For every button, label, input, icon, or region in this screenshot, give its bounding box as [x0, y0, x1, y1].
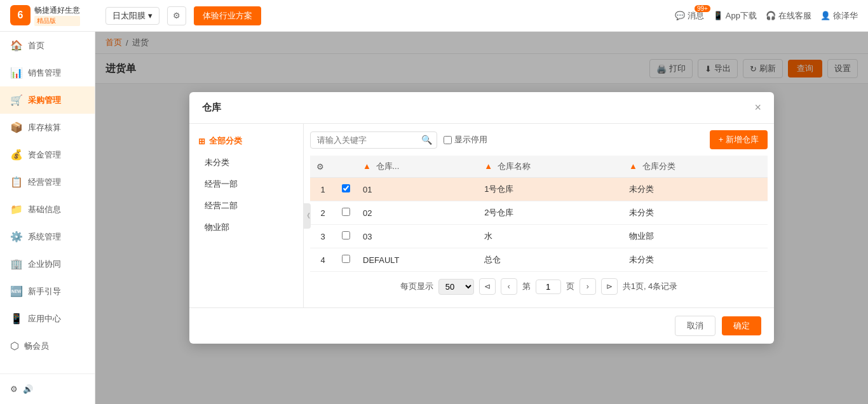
row-name: 总仓	[478, 248, 623, 272]
search-icon[interactable]: 🔍	[421, 135, 432, 145]
row-num: 1	[310, 178, 336, 201]
next-page-button[interactable]: ›	[580, 278, 596, 295]
row-name: 水	[478, 225, 623, 248]
main-layout: 🏠 首页 📊 销售管理 🛒 采购管理 📦 库存核算 💰 资金管理 📋 经营管理 …	[0, 32, 868, 404]
settings-icon[interactable]: ⚙	[167, 6, 186, 25]
app-download-button[interactable]: 📱 App下载	[713, 10, 757, 22]
sidebar: 🏠 首页 📊 销售管理 🛒 采购管理 📦 库存核算 💰 资金管理 📋 经营管理 …	[0, 32, 95, 404]
sort-icon-category: ▲	[629, 161, 637, 171]
category-item-ops2[interactable]: 经营二部	[189, 195, 303, 217]
show-disabled-checkbox[interactable]	[444, 136, 452, 144]
new-warehouse-button[interactable]: + 新增仓库	[710, 130, 768, 149]
row-checkbox[interactable]	[342, 255, 350, 263]
row-checkbox[interactable]	[342, 231, 350, 239]
inventory-icon: 📦	[10, 121, 23, 133]
dialog-header: 仓库 ×	[189, 92, 774, 124]
sort-icon-code: ▲	[363, 161, 371, 171]
show-disabled-label: 显示停用	[454, 134, 487, 145]
first-page-button[interactable]: ⊲	[479, 278, 496, 295]
table-row[interactable]: 1 01 1号仓库 未分类	[310, 178, 768, 201]
row-name: 1号仓库	[478, 178, 623, 201]
sidebar-item-finance[interactable]: 💰 资金管理	[0, 141, 95, 168]
header-right: 💬 消息 99+ 📱 App下载 🎧 在线客服 👤 徐泽华	[675, 10, 858, 22]
category-item-unclassified[interactable]: 未分类	[189, 152, 303, 173]
row-code: DEFAULT	[356, 248, 478, 272]
sidebar-item-system[interactable]: ⚙️ 系统管理	[0, 223, 95, 250]
table-row[interactable]: 3 03 水 物业部	[310, 225, 768, 248]
table-header-name[interactable]: ▲ 仓库名称	[478, 156, 623, 178]
online-service-button[interactable]: 🎧 在线客服	[766, 10, 811, 22]
row-category: 未分类	[623, 248, 768, 272]
home-icon: 🏠	[10, 39, 23, 51]
guide-icon: 🆕	[10, 285, 23, 297]
dialog-body: ⊞ 全部分类 未分类 经营一部 经营二部 物业部 《	[189, 124, 774, 307]
store-selector[interactable]: 日太阳膜 ▾	[105, 7, 159, 25]
collapse-panel-button[interactable]: 《	[303, 203, 311, 229]
sidebar-item-guide[interactable]: 🆕 新手引导	[0, 278, 95, 305]
warehouse-dialog: 仓库 × ⊞ 全部分类 未分类 经营一部 经营二部 物业部	[189, 92, 774, 344]
table-header-settings[interactable]: ⚙	[310, 156, 336, 178]
row-code: 01	[356, 178, 478, 201]
row-checkbox[interactable]	[342, 208, 350, 216]
header-middle: 日太阳膜 ▾ ⚙ 体验行业方案	[105, 6, 675, 25]
table-row[interactable]: 2 02 2号仓库 未分类	[310, 201, 768, 225]
system-icon: ⚙️	[10, 231, 23, 243]
content-area: 首页 / 进货 进货单 🖨️ 打印 ⬇ 导出 ↻ 刷新 查询 设置 仓库 ×	[95, 32, 868, 404]
sidebar-item-inventory[interactable]: 📦 库存核算	[0, 114, 95, 141]
prev-page-button[interactable]: ‹	[501, 278, 517, 295]
table-panel: 🔍 显示停用 + 新增仓库 ⚙	[304, 124, 774, 307]
sidebar-item-enterprise[interactable]: 🏢 企业协同	[0, 250, 95, 278]
grid-icon: ⊞	[198, 137, 205, 146]
confirm-button[interactable]: 确定	[722, 316, 761, 335]
table-header-code[interactable]: ▲ 仓库...	[356, 156, 478, 178]
dialog-overlay: 仓库 × ⊞ 全部分类 未分类 经营一部 经营二部 物业部	[95, 32, 868, 404]
row-checkbox-cell	[336, 225, 356, 248]
messages-button[interactable]: 💬 消息 99+	[675, 10, 704, 22]
message-icon: 💬	[675, 11, 685, 20]
finance-icon: 💰	[10, 149, 23, 161]
page-size-select[interactable]: 50 20 100	[438, 279, 474, 295]
row-category: 未分类	[623, 178, 768, 201]
row-category: 物业部	[623, 225, 768, 248]
all-category-item[interactable]: ⊞ 全部分类	[189, 130, 303, 152]
table-header-category[interactable]: ▲ 仓库分类	[623, 156, 768, 178]
dialog-close-button[interactable]: ×	[754, 101, 761, 114]
table-header-row: ⚙ ▲ 仓库... ▲ 仓库名称	[310, 156, 768, 178]
row-category: 未分类	[623, 201, 768, 225]
page-number-input[interactable]	[536, 279, 561, 294]
logo-icon: 6	[10, 5, 31, 25]
row-checkbox[interactable]	[342, 184, 350, 192]
logo-text: 畅捷通好生意 精品版	[34, 5, 80, 26]
try-industry-button[interactable]: 体验行业方案	[194, 6, 261, 25]
user-profile-button[interactable]: 👤 徐泽华	[820, 10, 858, 22]
sidebar-settings-button[interactable]: ⚙ 🔊	[0, 379, 95, 399]
logo-area: 6 畅捷通好生意 精品版	[10, 5, 105, 26]
sidebar-item-sales[interactable]: 📊 销售管理	[0, 59, 95, 86]
sales-icon: 📊	[10, 67, 23, 79]
row-num: 2	[310, 201, 336, 225]
cancel-button[interactable]: 取消	[675, 316, 715, 336]
sidebar-item-member[interactable]: ⬡ 畅会员	[0, 332, 95, 360]
sidebar-item-operations[interactable]: 📋 经营管理	[0, 168, 95, 196]
row-code: 02	[356, 201, 478, 225]
row-code: 03	[356, 225, 478, 248]
enterprise-icon: 🏢	[10, 258, 23, 270]
last-page-button[interactable]: ⊳	[601, 278, 618, 295]
sidebar-bottom-icon2: 🔊	[23, 384, 33, 394]
table-row[interactable]: 4 DEFAULT 总仓 未分类	[310, 248, 768, 272]
pagination: 每页显示 50 20 100 ⊲ ‹ 第 页 ›	[310, 272, 768, 301]
operations-icon: 📋	[10, 176, 23, 188]
apps-icon: 📱	[10, 313, 23, 325]
sidebar-bottom: ⚙ 🔊	[0, 374, 95, 404]
category-item-property[interactable]: 物业部	[189, 217, 303, 238]
sidebar-item-home[interactable]: 🏠 首页	[0, 32, 95, 59]
search-input[interactable]	[310, 131, 437, 149]
show-disabled-wrap: 显示停用	[444, 134, 487, 145]
avatar: 👤	[820, 11, 831, 20]
table-toolbar: 🔍 显示停用 + 新增仓库	[310, 130, 768, 149]
category-item-ops1[interactable]: 经营一部	[189, 173, 303, 195]
sidebar-item-purchase[interactable]: 🛒 采购管理	[0, 86, 95, 114]
sidebar-item-apps[interactable]: 📱 应用中心	[0, 305, 95, 332]
sidebar-item-basic[interactable]: 📁 基础信息	[0, 196, 95, 223]
member-icon: ⬡	[10, 340, 19, 352]
